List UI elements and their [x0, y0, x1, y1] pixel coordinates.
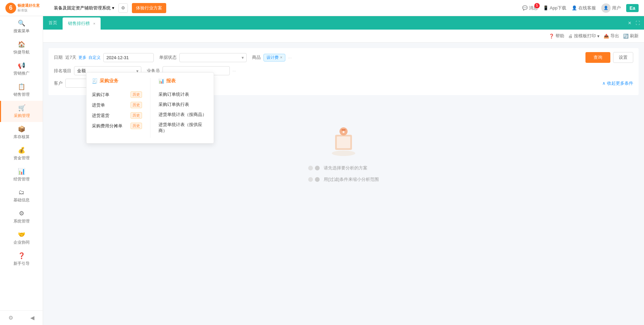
collapse-area: ∧ 收起更多条件 [602, 80, 633, 86]
goods-tag: 设计费 × [263, 54, 285, 62]
query-button[interactable]: 查询 [585, 52, 610, 63]
logo-text: 畅捷通好生意 标准版 [17, 3, 40, 13]
menu-item-purchase-receipt[interactable]: 进货单 历史 [92, 102, 142, 108]
empty-hint-1: 请先选择要分析的方案 [308, 164, 379, 172]
industry-button[interactable]: 体验行业方案 [132, 3, 166, 13]
status-input[interactable] [179, 53, 247, 62]
top-center: 装备及固定资产辅助管理系统 ▾ ⚙ 体验行业方案 [48, 3, 522, 13]
sidebar-item-label: 销售管理 [13, 92, 30, 97]
sidebar-item-sales[interactable]: 📋 销售管理 [0, 80, 43, 101]
date-custom-link[interactable]: 自定义 [88, 55, 101, 60]
hint-bullet-2 [315, 177, 320, 182]
settings-button[interactable]: ⚙ [118, 3, 128, 13]
report-column-title: 📊 报表 [158, 78, 209, 87]
app-container: 6 畅捷通好生意 标准版 装备及固定资产辅助管理系统 ▾ ⚙ 体验行业方案 💬 … [0, 0, 644, 325]
gear-icon: ⚙ [121, 5, 125, 10]
tab-home[interactable]: 首页 [43, 16, 63, 30]
home-icon: 🏠 [18, 41, 25, 48]
sidebar-item-marketing[interactable]: 📢 营销推广 [0, 58, 43, 80]
sidebar-item-label: 企业协同 [13, 240, 30, 245]
logo-area: 6 畅捷通好生意 标准版 [5, 3, 48, 13]
message-icon: 💬 [522, 5, 528, 10]
messages-button[interactable]: 💬 消息 5 [522, 5, 538, 11]
empty-hints: 请先选择要分析的方案 用[过滤]条件来缩小分析范围 [308, 164, 379, 184]
headset-icon: 👤 [572, 5, 577, 10]
report-column: 📊 报表 采购订单统计表 采购订单执行表 进货单统计表（按商品） [158, 78, 209, 138]
sidebar-item-basic[interactable]: 🗂 基础信息 [0, 186, 43, 206]
menu-item-order-exec[interactable]: 采购订单执行表 [158, 101, 209, 108]
menu-item-purchase-order[interactable]: 采购订单 历史 [92, 91, 142, 98]
avatar: 👤 [601, 3, 611, 13]
collapse-button[interactable]: ∧ 收起更多条件 [602, 80, 633, 86]
menu-item-purchase-return[interactable]: 进货退货 历史 [92, 112, 142, 119]
sidebar-item-label: 系统管理 [13, 218, 30, 224]
menu-item-receipt-stat-goods[interactable]: 进货单统计表（按商品） [158, 112, 209, 118]
sidebar-settings-button[interactable]: ⚙ [8, 315, 13, 321]
date-end-input[interactable] [103, 53, 154, 62]
sidebar-item-label: 搜索菜单 [13, 28, 30, 34]
menu-item-order-stat[interactable]: 采购订单统计表 [158, 91, 209, 97]
menu-item-purchase-expense[interactable]: 采购费用分摊单 历史 [92, 123, 142, 129]
sidebar-item-label: 营销推广 [13, 71, 30, 76]
tab-sales-rank[interactable]: 销售排行榜 × [63, 17, 101, 30]
sidebar: 🔍 搜索菜单 🏠 快捷导航 📢 营销推广 📋 销售管理 🛒 采购管理 📦 [0, 16, 43, 325]
empty-hint-2: 用[过滤]条件来缩小分析范围 [308, 175, 379, 184]
menu-item-receipt-stat-supplier[interactable]: 进货单统计表（按供应商） [158, 122, 209, 134]
sidebar-item-label: 库存核算 [13, 134, 30, 140]
sidebar-item-system[interactable]: ⚙ 系统管理 [0, 206, 43, 228]
user-menu[interactable]: 👤 用户 [601, 3, 621, 13]
hint-bullet-1 [315, 166, 320, 170]
purchase-dropdown-menu: 🧾 采购业务 采购订单 历史 进货单 历史 进货退货 [86, 72, 214, 144]
sidebar-item-finance[interactable]: 💰 资金管理 [0, 143, 43, 164]
goods-more-dots[interactable]: ··· [288, 55, 292, 60]
goods-filter: 商品 设计费 × ··· [252, 54, 292, 62]
print-template-button[interactable]: 🖨 按模板打印 ▾ [568, 33, 600, 39]
enterprise-icon: 🤝 [18, 231, 25, 238]
date-range: 近7天 更多 自定义 [65, 54, 101, 60]
system-title: 装备及固定资产辅助管理系统 [54, 5, 111, 11]
top-bar: 6 畅捷通好生意 标准版 装备及固定资产辅助管理系统 ▾ ⚙ 体验行业方案 💬 … [0, 0, 644, 16]
logo-icon: 6 [5, 3, 16, 13]
sidebar-collapse-button[interactable]: ◀ [30, 315, 34, 321]
goods-tag-close[interactable]: × [280, 55, 282, 60]
tab-close-window-icon[interactable]: ✕ [628, 21, 632, 26]
refresh-button[interactable]: 🔄 刷新 [623, 33, 639, 39]
history-tag-3: 历史 [131, 112, 142, 119]
empty-svg [327, 125, 360, 158]
menu-divider [150, 78, 150, 138]
salesperson-more-dots[interactable]: ··· [232, 68, 236, 73]
help-button[interactable]: ❓ 帮助 [549, 33, 564, 39]
top-right: 💬 消息 5 📱 App下载 👤 在线客服 👤 用户 Ea [522, 3, 639, 13]
megaphone-icon: 📢 [18, 62, 25, 69]
collapse-up-icon: ∧ [602, 81, 606, 86]
system-dropdown[interactable]: 装备及固定资产辅助管理系统 ▾ [54, 5, 114, 11]
tab-close-area: ✕ ⛶ [628, 21, 644, 26]
messages-badge: 5 [534, 3, 540, 8]
online-service-button[interactable]: 👤 在线客服 [572, 5, 596, 11]
ea-badge: Ea [626, 4, 639, 12]
finance-icon: 💰 [18, 147, 25, 154]
filter-action-buttons: 查询 设置 [585, 52, 633, 63]
inventory-icon: 📦 [18, 125, 25, 133]
sidebar-item-search[interactable]: 🔍 搜索菜单 [0, 16, 43, 37]
toolbar: ❓ 帮助 🖨 按模板打印 ▾ 📤 导出 🔄 刷新 [43, 30, 644, 43]
tab-maximize-icon[interactable]: ⛶ [636, 21, 640, 26]
setting-button[interactable]: 设置 [613, 52, 633, 63]
sidebar-bottom: ⚙ ◀ [0, 310, 43, 325]
svg-rect-2 [337, 136, 350, 148]
tab-close-icon[interactable]: × [93, 22, 95, 26]
report-column-icon: 📊 [158, 78, 164, 84]
export-button[interactable]: 📤 导出 [604, 33, 619, 39]
svg-point-0 [332, 151, 355, 156]
refresh-icon: 🔄 [623, 34, 629, 39]
sidebar-item-inventory[interactable]: 📦 库存核算 [0, 122, 43, 143]
date-filter: 日期 近7天 更多 自定义 [54, 53, 154, 62]
date-more-link[interactable]: 更多 [78, 55, 86, 60]
sidebar-item-newbie[interactable]: ❓ 新手引导 [0, 249, 43, 270]
sidebar-item-ops[interactable]: 📊 经营管理 [0, 164, 43, 186]
sidebar-item-quick-nav[interactable]: 🏠 快捷导航 [0, 37, 43, 58]
empty-illustration [327, 125, 360, 158]
sidebar-item-enterprise[interactable]: 🤝 企业协同 [0, 228, 43, 249]
app-download-button[interactable]: 📱 App下载 [543, 5, 566, 11]
sidebar-item-purchase[interactable]: 🛒 采购管理 [0, 101, 43, 122]
